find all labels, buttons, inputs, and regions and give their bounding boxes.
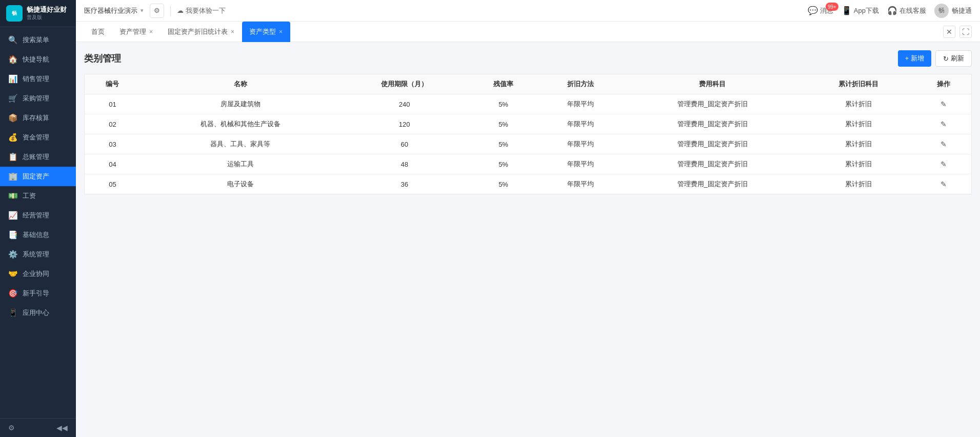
sidebar-item-purchase[interactable]: 🛒采购管理 bbox=[0, 89, 76, 108]
module-chevron-icon: ▾ bbox=[141, 7, 144, 14]
cell-depreciation-method: 年限平均 bbox=[538, 154, 623, 174]
topbar-divider bbox=[170, 6, 171, 16]
tab-close-icon[interactable]: × bbox=[231, 28, 234, 35]
sidebar-item-guide[interactable]: 🎯新手引导 bbox=[0, 284, 76, 303]
tab-close-icon[interactable]: × bbox=[279, 28, 283, 35]
cell-accumulated-account[interactable]: 累计折旧 bbox=[802, 134, 915, 154]
collapse-sidebar-icon[interactable]: ◀◀ bbox=[56, 424, 68, 432]
system-icon: ⚙️ bbox=[8, 250, 17, 259]
tab-depreciation-table[interactable]: 固定资产折旧统计表× bbox=[161, 22, 242, 42]
user-info[interactable]: 畅 畅捷通 bbox=[934, 4, 972, 18]
cell-action[interactable]: ✎ bbox=[915, 114, 971, 134]
topbar-settings-button[interactable]: ⚙ bbox=[150, 4, 164, 18]
cell-residual-rate: 5% bbox=[468, 94, 538, 114]
main-content: 医疗器械行业演示 ▾ ⚙ ☁ 我要体验一下 💬 消息 99+ 📱 App下载 🎧… bbox=[76, 0, 980, 437]
data-table: 编号名称使用期限（月）残值率折旧方法费用科目累计折旧科目操作 01 房屋及建筑物… bbox=[84, 74, 972, 194]
sidebar-item-sales[interactable]: 📊销售管理 bbox=[0, 69, 76, 89]
cell-action[interactable]: ✎ bbox=[915, 94, 971, 114]
tab-close-button[interactable]: ✕ bbox=[943, 26, 955, 38]
sidebar-item-fixed-assets[interactable]: 🏢固定资产 bbox=[0, 167, 76, 186]
cell-code: 03 bbox=[85, 134, 141, 154]
cell-expense-account: 管理费用_固定资产折旧 bbox=[623, 154, 802, 174]
sidebar-item-label: 企业协同 bbox=[23, 269, 49, 279]
edit-icon[interactable]: ✎ bbox=[941, 100, 947, 108]
module-name: 医疗器械行业演示 bbox=[84, 6, 137, 15]
app-download-icon: 📱 bbox=[842, 6, 852, 15]
sidebar-item-label: 快捷导航 bbox=[23, 55, 49, 64]
app-download-label: App下载 bbox=[854, 6, 879, 15]
cell-name: 房屋及建筑物 bbox=[141, 94, 341, 114]
purchase-icon: 🛒 bbox=[8, 94, 17, 103]
edit-icon[interactable]: ✎ bbox=[941, 160, 947, 168]
sidebar-item-label: 搜索菜单 bbox=[23, 35, 49, 45]
sidebar-item-system[interactable]: ⚙️系统管理 bbox=[0, 245, 76, 264]
sidebar-item-salary[interactable]: 💵工资 bbox=[0, 186, 76, 206]
cell-action[interactable]: ✎ bbox=[915, 154, 971, 174]
sidebar-item-inventory[interactable]: 📦库存核算 bbox=[0, 108, 76, 128]
edit-icon[interactable]: ✎ bbox=[941, 120, 947, 128]
sidebar-item-quick-nav[interactable]: 🏠快捷导航 bbox=[0, 50, 76, 69]
enterprise-icon: 🤝 bbox=[8, 269, 17, 279]
message-action[interactable]: 💬 消息 99+ bbox=[808, 6, 833, 15]
cell-accumulated-account[interactable]: 累计折旧 bbox=[802, 94, 915, 114]
cell-code: 05 bbox=[85, 174, 141, 194]
online-service-label: 在线客服 bbox=[899, 6, 926, 15]
table-header-row: 编号名称使用期限（月）残值率折旧方法费用科目累计折旧科目操作 bbox=[85, 74, 972, 94]
sidebar-item-label: 新手引导 bbox=[23, 289, 49, 298]
sidebar-footer: ⚙ ◀◀ bbox=[0, 418, 76, 437]
sidebar-item-label: 采购管理 bbox=[23, 94, 49, 103]
cell-residual-rate: 5% bbox=[468, 114, 538, 134]
page-title: 类别管理 bbox=[84, 52, 121, 65]
app-version: 普及版 bbox=[27, 14, 67, 21]
table-body: 01 房屋及建筑物 240 5% 年限平均 管理费用_固定资产折旧 累计折旧 ✎… bbox=[85, 94, 972, 194]
tab-expand-button[interactable]: ⛶ bbox=[959, 26, 972, 38]
edit-icon[interactable]: ✎ bbox=[941, 180, 947, 188]
online-service-action[interactable]: 🎧 在线客服 bbox=[887, 6, 926, 15]
tab-asset-type[interactable]: 资产类型× bbox=[242, 22, 290, 42]
cell-action[interactable]: ✎ bbox=[915, 174, 971, 194]
tab-home[interactable]: 首页 bbox=[84, 22, 112, 42]
inventory-icon: 📦 bbox=[8, 113, 17, 123]
sidebar-item-app-center[interactable]: 📱应用中心 bbox=[0, 303, 76, 323]
refresh-button[interactable]: ↻ 刷新 bbox=[935, 50, 972, 67]
page-header: 类别管理 + 新增 ↻ 刷新 bbox=[84, 50, 972, 67]
cell-accumulated-account[interactable]: 累计折旧 bbox=[802, 114, 915, 134]
edit-icon[interactable]: ✎ bbox=[941, 140, 947, 148]
module-selector[interactable]: 医疗器械行业演示 ▾ bbox=[84, 6, 144, 15]
cell-residual-rate: 5% bbox=[468, 154, 538, 174]
cell-action[interactable]: ✎ bbox=[915, 134, 971, 154]
cell-expense-account: 管理费用_固定资产折旧 bbox=[623, 134, 802, 154]
sidebar-title-group: 畅捷通好业财 普及版 bbox=[27, 6, 67, 21]
table-row: 01 房屋及建筑物 240 5% 年限平均 管理费用_固定资产折旧 累计折旧 ✎ bbox=[85, 94, 972, 114]
sidebar-item-ledger[interactable]: 📋总账管理 bbox=[0, 147, 76, 167]
message-icon: 💬 bbox=[808, 6, 818, 15]
experience-button[interactable]: ☁ 我要体验一下 bbox=[177, 6, 226, 15]
tab-asset-mgmt[interactable]: 资产管理× bbox=[112, 22, 161, 42]
add-button[interactable]: + 新增 bbox=[898, 50, 931, 67]
cell-period: 36 bbox=[341, 174, 468, 194]
username: 畅捷通 bbox=[952, 6, 972, 15]
sidebar-item-label: 应用中心 bbox=[23, 308, 49, 317]
tab-close-icon[interactable]: × bbox=[149, 28, 153, 35]
cell-period: 48 bbox=[341, 154, 468, 174]
cell-accumulated-account[interactable]: 累计折旧 bbox=[802, 154, 915, 174]
app-name: 畅捷通好业财 bbox=[27, 6, 67, 14]
search-icon: 🔍 bbox=[8, 35, 17, 45]
tabbar: 首页资产管理×固定资产折旧统计表×资产类型× ✕ ⛶ bbox=[76, 22, 980, 42]
cell-accumulated-account[interactable]: 累计折旧 bbox=[802, 174, 915, 194]
app-download-action[interactable]: 📱 App下载 bbox=[842, 6, 879, 15]
table-header-cell: 名称 bbox=[141, 74, 341, 94]
cell-period: 240 bbox=[341, 94, 468, 114]
sidebar-item-capital[interactable]: 💰资金管理 bbox=[0, 128, 76, 147]
cell-name: 器具、工具、家具等 bbox=[141, 134, 341, 154]
sidebar-item-enterprise[interactable]: 🤝企业协同 bbox=[0, 264, 76, 284]
sidebar-item-search[interactable]: 🔍搜索菜单 bbox=[0, 30, 76, 50]
sidebar-item-basic-info[interactable]: 📑基础信息 bbox=[0, 225, 76, 245]
page-content: 类别管理 + 新增 ↻ 刷新 编号名称使用期限（月）残值率折旧方法费用科目累计折… bbox=[76, 42, 980, 437]
sidebar-item-operations[interactable]: 📈经营管理 bbox=[0, 206, 76, 225]
sidebar-item-label: 固定资产 bbox=[23, 172, 49, 181]
table-header-cell: 操作 bbox=[915, 74, 971, 94]
settings-footer-icon[interactable]: ⚙ bbox=[8, 424, 15, 432]
table-header-cell: 累计折旧科目 bbox=[802, 74, 915, 94]
table-row: 03 器具、工具、家具等 60 5% 年限平均 管理费用_固定资产折旧 累计折旧… bbox=[85, 134, 972, 154]
